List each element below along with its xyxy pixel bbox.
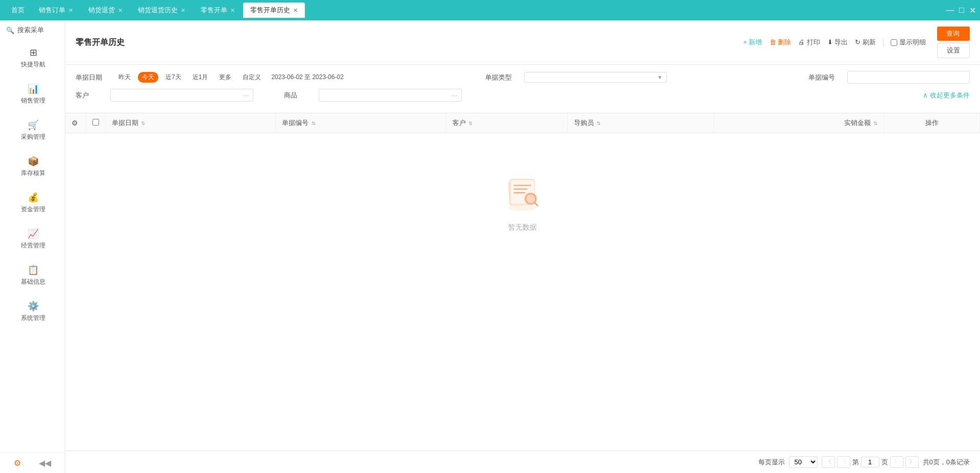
col-settings[interactable]: ⚙ (65, 113, 86, 133)
query-button[interactable]: 查询 (937, 27, 970, 41)
close-tab-retail-history[interactable]: ✕ (293, 7, 298, 14)
empty-icon (499, 169, 545, 215)
sidebar-search[interactable]: 🔍 搜索采单 (0, 20, 65, 40)
maximize-btn[interactable]: □ (959, 6, 964, 15)
last-page-btn[interactable]: 》 (905, 456, 919, 468)
date-btn-yesterday[interactable]: 昨天 (114, 72, 135, 83)
refresh-button[interactable]: ↻ 刷新 (855, 38, 876, 47)
top-tabbar: 首页 销售订单 ✕ 销货退货 ✕ 销货退货历史 ✕ 零售开单 ✕ 零售开单历史 … (0, 0, 980, 20)
delete-button[interactable]: 🗑 删除 (770, 38, 792, 47)
tab-home[interactable]: 首页 (4, 6, 32, 15)
tab-retail-open[interactable]: 零售开单 ✕ (194, 3, 242, 18)
date-btn-custom[interactable]: 自定义 (238, 72, 265, 83)
tab-sales-order[interactable]: 销售订单 ✕ (32, 3, 80, 18)
goods-ellipsis[interactable]: ··· (451, 91, 457, 99)
doc-type-label: 单据类型 (485, 73, 516, 82)
display-detail-label[interactable]: 显示明细 (891, 38, 926, 47)
display-detail-text: 显示明细 (899, 38, 926, 47)
sidebar-collapse-icon[interactable]: ◀◀ (39, 458, 51, 468)
prev-page-btn[interactable]: 〈 (837, 456, 850, 468)
close-tab-sales-return-history[interactable]: ✕ (181, 7, 185, 14)
col-customer[interactable]: 客户 ⇅ (446, 113, 567, 133)
collapse-arrow-icon: ∧ (923, 91, 928, 99)
sidebar-item-sales-mgmt[interactable]: 📊 销售管理 (0, 76, 65, 112)
sidebar-item-basic-info[interactable]: 📋 基础信息 (0, 257, 65, 293)
doc-type-select[interactable]: ▼ (524, 72, 667, 83)
inventory-icon: 📦 (28, 156, 39, 167)
close-btn[interactable]: ✕ (969, 6, 976, 15)
close-tab-sales-return[interactable]: ✕ (118, 7, 123, 14)
finance-icon: 💰 (28, 192, 39, 203)
page-title: 零售开单历史 (76, 37, 125, 48)
sidebar-item-purchase-mgmt[interactable]: 🛒 采购管理 (0, 112, 65, 148)
new-button[interactable]: + 新增 (743, 38, 762, 47)
display-detail-checkbox[interactable] (891, 39, 897, 46)
finance-label: 资金管理 (21, 205, 45, 214)
doc-no-input[interactable] (847, 71, 970, 84)
settings-gear-icon[interactable]: ⚙ (14, 458, 21, 468)
page-number-input[interactable] (861, 457, 879, 467)
col-no[interactable]: 单据编号 ⇅ (276, 113, 446, 133)
col-action: 操作 (884, 113, 980, 133)
date-btn-7days[interactable]: 近7天 (161, 72, 185, 83)
purchase-mgmt-icon: 🛒 (28, 119, 39, 131)
tab-sales-return[interactable]: 销货退货 ✕ (81, 3, 130, 18)
settings-button[interactable]: 设置 (937, 43, 970, 58)
sort-customer-icon: ⇅ (468, 120, 472, 126)
customer-input[interactable]: ··· (110, 89, 253, 102)
svg-line-9 (535, 203, 538, 206)
table-settings-icon[interactable]: ⚙ (71, 119, 78, 127)
empty-state: 暂无数据 (71, 138, 974, 263)
sort-no-icon: ⇅ (312, 120, 316, 126)
basic-info-label: 基础信息 (21, 278, 45, 286)
print-button[interactable]: 🖨 打印 (798, 38, 820, 47)
customer-ellipsis[interactable]: ··· (243, 91, 249, 99)
tab-sales-return-history[interactable]: 销货退货历史 ✕ (131, 3, 193, 18)
empty-state-row: 暂无数据 (65, 133, 980, 268)
select-all-checkbox[interactable] (92, 119, 99, 126)
close-tab-sales-order[interactable]: ✕ (68, 7, 73, 14)
sidebar-item-quick-nav[interactable]: ⊞ 快捷导航 (0, 40, 65, 76)
quick-nav-label: 快捷导航 (21, 60, 45, 69)
filter-row-1: 单据日期 昨天 今天 近7天 近1月 更多 自定义 2023-06-02 至 2… (76, 71, 970, 84)
page-total: 共0页，0条记录 (923, 458, 970, 467)
next-page-btn[interactable]: 〉 (890, 456, 903, 468)
page-size-select[interactable]: 50 10 20 100 (789, 456, 818, 468)
tab-retail-history[interactable]: 零售开单历史 ✕ (243, 3, 305, 18)
date-filter-label: 单据日期 (76, 73, 106, 82)
export-button[interactable]: ⬇ 导出 (827, 38, 848, 47)
empty-text: 暂无数据 (508, 223, 537, 232)
sales-mgmt-label: 销售管理 (21, 96, 45, 105)
col-date[interactable]: 单据日期 ⇅ (105, 113, 276, 133)
sidebar-item-inventory[interactable]: 📦 库存核算 (0, 148, 65, 185)
collapse-button[interactable]: ∧ 收起更多条件 (923, 91, 970, 100)
search-icon: 🔍 (6, 27, 14, 34)
goods-filter: 商品 ··· (284, 89, 462, 102)
collapse-label: 收起更多条件 (930, 91, 970, 100)
col-salesperson[interactable]: 导购员 ⇅ (567, 113, 713, 133)
sidebar-item-system[interactable]: ⚙️ 系统管理 (0, 293, 65, 330)
col-checkbox[interactable] (86, 113, 105, 133)
window-controls: — □ ✕ (946, 6, 976, 15)
filter-area: 单据日期 昨天 今天 近7天 近1月 更多 自定义 2023-06-02 至 2… (65, 65, 980, 113)
sort-amount-icon: ⇅ (873, 120, 877, 126)
sidebar-item-operation[interactable]: 📈 经营管理 (0, 221, 65, 257)
col-amount[interactable]: 实销金额 ⇅ (713, 113, 884, 133)
table-container[interactable]: ⚙ 单据日期 ⇅ 单据编号 ⇅ (65, 113, 980, 451)
minimize-btn[interactable]: — (946, 6, 954, 15)
date-btn-today[interactable]: 今天 (138, 72, 158, 83)
close-tab-retail-open[interactable]: ✕ (230, 7, 235, 14)
sidebar-item-finance[interactable]: 💰 资金管理 (0, 185, 65, 221)
goods-label: 商品 (284, 91, 315, 100)
first-page-btn[interactable]: 《 (822, 456, 835, 468)
goods-input[interactable]: ··· (319, 89, 462, 102)
operation-label: 经营管理 (21, 241, 45, 250)
page-prefix-label: 第 (852, 458, 859, 467)
system-icon: ⚙️ (28, 301, 39, 312)
sales-mgmt-icon: 📊 (28, 83, 39, 94)
quick-nav-icon: ⊞ (30, 47, 37, 58)
filter-dates: 昨天 今天 近7天 近1月 更多 自定义 2023-06-02 至 2023-0… (114, 72, 344, 83)
date-btn-1month[interactable]: 近1月 (188, 72, 212, 83)
date-btn-more[interactable]: 更多 (215, 72, 235, 83)
data-table: ⚙ 单据日期 ⇅ 单据编号 ⇅ (65, 113, 980, 268)
